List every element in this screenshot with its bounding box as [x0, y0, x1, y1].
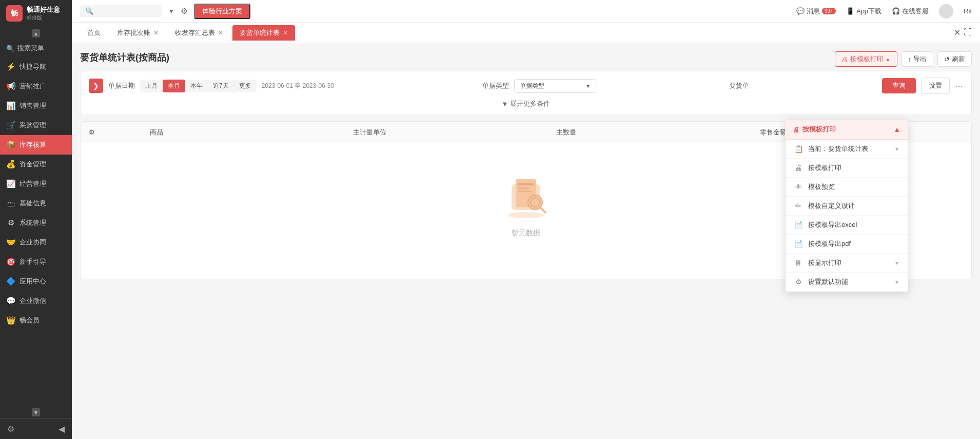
download-icon: 📱	[846, 7, 854, 15]
settings-button[interactable]: 设置	[921, 78, 950, 94]
filter-goods-label: 要货单	[729, 81, 749, 90]
sidebar-item-quick-nav[interactable]: ⚡ 快捷导航	[0, 57, 72, 77]
svg-point-0	[508, 212, 544, 218]
dropdown-current-template[interactable]: 📋 当前：要货单统计表 ▼	[786, 140, 908, 159]
topbar-gear-icon[interactable]: ⚙	[181, 6, 188, 16]
tab-label-home: 首页	[87, 28, 101, 37]
filter-expand-btn[interactable]: ▼ 展开更多条件	[502, 99, 551, 108]
tab-close-order-stats[interactable]: ✕	[283, 29, 288, 36]
date-filter-更多[interactable]: 更多	[234, 80, 257, 92]
topbar: 🔍 ▼ ⚙ 体验行业方案 💬 消息 99+ 📱 App下载 🎧 在线客服 Rit	[72, 0, 980, 23]
expand-icon: ▼	[502, 100, 508, 108]
sidebar-icon-newbie: 🎯	[6, 257, 15, 266]
sidebar-item-appstore[interactable]: 🔷 应用中心	[0, 272, 72, 291]
topbar-service-label: 在线客服	[902, 7, 929, 16]
tab-close-all-icon[interactable]: ✕	[954, 28, 961, 37]
sidebar-item-sales[interactable]: 📊 销售管理	[0, 96, 72, 116]
filter-type-placeholder: 单据类型	[520, 82, 544, 90]
topbar-app-download-btn[interactable]: 📱 App下载	[846, 7, 881, 16]
tab-close-inventory-batch[interactable]: ✕	[153, 29, 159, 36]
sidebar-search[interactable]: 🔍 搜索菜单	[0, 40, 72, 57]
app-subtitle: 标准版	[27, 14, 60, 22]
date-filter-本年[interactable]: 本年	[185, 80, 208, 92]
sidebar-item-system[interactable]: ⚙ 系统管理	[0, 213, 72, 233]
topbar-search-input[interactable]	[96, 8, 148, 15]
dropdown-icon-template-preview: 👁	[794, 183, 803, 191]
dropdown-section-display-print[interactable]: 🖥 按显示打印 ▼	[786, 254, 908, 273]
table-settings-icon[interactable]: ⚙	[89, 128, 95, 136]
dropdown-label-template-export-excel: 按模板导出excel	[808, 220, 857, 230]
sidebar-label-sales: 销售管理	[19, 101, 46, 110]
sidebar-item-newbie[interactable]: 🎯 新手引导	[0, 252, 72, 272]
dropdown-item-template-print[interactable]: 🖨 按模板打印	[786, 159, 908, 178]
topbar-search-box[interactable]: 🔍	[80, 5, 162, 17]
filter-row-1: ❯ 单据日期 上月本月本年近7天更多 2023-06-01 至 2023-06-…	[89, 78, 963, 94]
tab-inventory-batch[interactable]: 库存批次账✕	[110, 25, 166, 41]
tab-home[interactable]: 首页	[80, 25, 108, 41]
topbar-search-icon: 🔍	[85, 7, 93, 15]
topbar-avatar[interactable]	[939, 4, 953, 18]
dropdown-item-template-export-excel[interactable]: 📄 按模板导出excel	[786, 216, 908, 235]
export-button[interactable]: ↑ 导出	[901, 51, 934, 67]
svg-rect-3	[518, 183, 534, 185]
template-icon: 📋	[794, 145, 803, 153]
date-filter-本月[interactable]: 本月	[163, 80, 185, 92]
sidebar-item-vip[interactable]: 👑 畅会员	[0, 311, 72, 330]
sidebar-item-basic[interactable]: 🗃 基础信息	[0, 194, 72, 213]
more-options-icon[interactable]: ⋯	[955, 81, 963, 91]
topbar-promo-button[interactable]: 体验行业方案	[194, 4, 250, 19]
table-col-0: ⚙	[89, 128, 150, 136]
sidebar-item-finance[interactable]: 💰 资金管理	[0, 155, 72, 174]
svg-line-8	[540, 207, 545, 213]
query-button[interactable]: 查询	[882, 78, 916, 93]
dropdown-item-template-preview[interactable]: 👁 模板预览	[786, 178, 908, 197]
section-label-set-default: 设置默认功能	[808, 277, 848, 287]
dropdown-item-template-design[interactable]: ✏ 模板自定义设计	[786, 197, 908, 216]
empty-state-text: 暂无数据	[512, 228, 540, 238]
sidebar-icon-vip: 👑	[6, 316, 15, 325]
refresh-button[interactable]: ↺ 刷新	[937, 51, 972, 67]
topbar-online-service-btn[interactable]: 🎧 在线客服	[892, 7, 929, 16]
sidebar-item-collab[interactable]: 🤝 企业协同	[0, 233, 72, 252]
filter-date-range: 2023-06-01 至 2023-06-30	[262, 82, 334, 90]
sidebar-item-purchase[interactable]: 🛒 采购管理	[0, 116, 72, 135]
topbar-message-btn[interactable]: 💬 消息 99+	[796, 7, 836, 16]
dropdown-section-set-default[interactable]: ⚙ 设置默认功能 ▼	[786, 273, 908, 292]
sidebar-item-marketing[interactable]: 📢 营销推广	[0, 77, 72, 96]
table-col-3: 主数量	[556, 128, 759, 137]
sidebar-label-vip: 畅会员	[19, 316, 40, 325]
dropdown-icon-template-export-excel: 📄	[794, 221, 803, 229]
dropdown-collapse-icon[interactable]: ▲	[893, 125, 900, 133]
topbar-dropdown-arrow[interactable]: ▼	[168, 8, 174, 15]
filter-toggle-icon[interactable]: ❯	[89, 79, 103, 93]
sidebar-collapse-icon[interactable]: ◀	[58, 424, 65, 434]
sidebar-item-inventory[interactable]: 📦 库存核算	[0, 135, 72, 155]
sidebar-scroll-up[interactable]: ▲	[32, 29, 40, 37]
sidebar-item-operations[interactable]: 📈 经营管理	[0, 174, 72, 194]
dropdown-current-label: 当前：要货单统计表	[808, 144, 868, 154]
tab-receipts-summary[interactable]: 收发存汇总表✕	[168, 25, 230, 41]
sidebar-label-purchase: 采购管理	[19, 121, 46, 130]
tab-label-receipts-summary: 收发存汇总表	[175, 28, 215, 37]
sidebar-label-newbie: 新手引导	[19, 257, 46, 266]
date-filter-近7天[interactable]: 近7天	[208, 80, 234, 92]
sidebar-label-operations: 经营管理	[19, 179, 46, 188]
print-chevron-up: ▲	[886, 56, 891, 62]
section-icon-display-print: 🖥	[794, 259, 803, 267]
dropdown-item-template-export-pdf[interactable]: 📄 按模板导出pdf	[786, 235, 908, 254]
tab-maximize-icon[interactable]: ⛶	[964, 28, 972, 37]
sidebar-item-wechat[interactable]: 💬 企业微信	[0, 291, 72, 311]
tab-close-receipts-summary[interactable]: ✕	[218, 29, 223, 36]
settings-gear-icon[interactable]: ⚙	[7, 424, 14, 434]
dropdown-icon-template-print: 🖨	[794, 164, 803, 172]
sidebar-label-quick-nav: 快捷导航	[19, 62, 46, 71]
topbar-username[interactable]: Rit	[964, 7, 972, 15]
sidebar-label-marketing: 营销推广	[19, 82, 46, 91]
sidebar-scroll-down[interactable]: ▼	[32, 408, 40, 416]
date-filter-上月[interactable]: 上月	[140, 80, 163, 92]
tab-order-stats[interactable]: 要货单统计表✕	[232, 25, 295, 41]
table-col-1: 商品	[150, 128, 353, 137]
empty-state-illustration	[500, 174, 552, 220]
print-template-button[interactable]: 🖨 按模板打印 ▲	[835, 51, 897, 67]
filter-type-select[interactable]: 单据类型 ▼	[514, 79, 596, 93]
